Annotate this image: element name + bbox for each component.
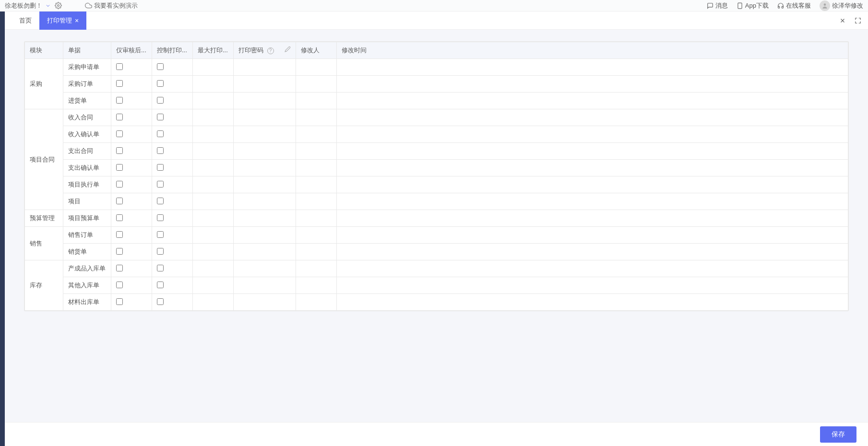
- control-print-checkbox[interactable]: [157, 181, 164, 188]
- modifier-cell: [296, 210, 337, 227]
- document-cell: 收入确认单: [63, 126, 111, 143]
- after-audit-checkbox[interactable]: [116, 114, 123, 120]
- max-print-cell: [193, 93, 234, 109]
- modify-time-cell: [337, 93, 848, 109]
- user-menu[interactable]: 徐泽华修改: [820, 0, 863, 11]
- control-print-checkbox[interactable]: [157, 97, 164, 104]
- th-module: 模块: [25, 42, 63, 59]
- after-audit-checkbox[interactable]: [116, 181, 123, 188]
- modifier-cell: [296, 277, 337, 294]
- control-print-cell: [152, 210, 193, 227]
- control-print-checkbox[interactable]: [157, 114, 164, 120]
- modifier-cell: [296, 193, 337, 210]
- org-selector[interactable]: 徐老板勿删！: [5, 1, 51, 10]
- control-print-checkbox[interactable]: [157, 214, 164, 221]
- tab-home[interactable]: 首页: [12, 12, 39, 30]
- control-print-checkbox[interactable]: [157, 282, 164, 288]
- max-print-cell: [193, 176, 234, 193]
- after-audit-checkbox[interactable]: [116, 298, 123, 305]
- close-all-tabs-icon[interactable]: [838, 16, 847, 25]
- table-row: 库存产成品入库单: [25, 260, 848, 277]
- control-print-cell: [152, 76, 193, 93]
- table-row: 项目合同收入合同: [25, 109, 848, 126]
- page-content: 模块 单据 仅审核后... 控制打印... 最大打印... 打印密码 ? 修改人…: [5, 30, 868, 350]
- fullscreen-icon[interactable]: [854, 16, 862, 25]
- after-audit-checkbox[interactable]: [116, 130, 123, 137]
- control-print-checkbox[interactable]: [157, 231, 164, 238]
- th-document: 单据: [63, 42, 111, 59]
- tab-print-label: 打印管理: [47, 16, 72, 25]
- print-pwd-cell: [234, 59, 296, 76]
- after-audit-checkbox[interactable]: [116, 198, 123, 204]
- after-audit-checkbox[interactable]: [116, 214, 123, 221]
- after-audit-cell: [111, 143, 152, 160]
- max-print-cell: [193, 210, 234, 227]
- control-print-checkbox[interactable]: [157, 198, 164, 204]
- th-max-print: 最大打印...: [193, 42, 234, 59]
- document-cell: 采购订单: [63, 76, 111, 93]
- module-cell: 库存: [25, 260, 63, 311]
- max-print-cell: [193, 76, 234, 93]
- control-print-checkbox[interactable]: [157, 80, 164, 87]
- gear-icon[interactable]: [55, 2, 62, 9]
- control-print-checkbox[interactable]: [157, 248, 164, 255]
- control-print-checkbox[interactable]: [157, 63, 164, 70]
- document-cell: 项目预算单: [63, 210, 111, 227]
- edit-icon[interactable]: [285, 46, 291, 54]
- modifier-cell: [296, 143, 337, 160]
- control-print-cell: [152, 227, 193, 244]
- control-print-checkbox[interactable]: [157, 130, 164, 137]
- table-row: 其他入库单: [25, 277, 848, 294]
- print-pwd-cell: [234, 193, 296, 210]
- control-print-cell: [152, 126, 193, 143]
- after-audit-checkbox[interactable]: [116, 231, 123, 238]
- help-icon[interactable]: ?: [267, 47, 274, 54]
- modifier-cell: [296, 126, 337, 143]
- after-audit-checkbox[interactable]: [116, 248, 123, 255]
- max-print-cell: [193, 109, 234, 126]
- control-print-checkbox[interactable]: [157, 265, 164, 271]
- print-pwd-cell: [234, 277, 296, 294]
- th-after-audit: 仅审核后...: [111, 42, 152, 59]
- after-audit-checkbox[interactable]: [116, 97, 123, 104]
- after-audit-checkbox[interactable]: [116, 282, 123, 288]
- tab-print-management[interactable]: 打印管理 ×: [39, 12, 86, 30]
- print-pwd-cell: [234, 176, 296, 193]
- control-print-checkbox[interactable]: [157, 147, 164, 154]
- max-print-cell: [193, 126, 234, 143]
- demo-link-label: 我要看实例演示: [94, 1, 138, 10]
- after-audit-checkbox[interactable]: [116, 63, 123, 70]
- after-audit-checkbox[interactable]: [116, 164, 123, 171]
- after-audit-cell: [111, 93, 152, 109]
- control-print-checkbox[interactable]: [157, 298, 164, 305]
- modifier-cell: [296, 93, 337, 109]
- after-audit-cell: [111, 210, 152, 227]
- control-print-cell: [152, 176, 193, 193]
- table-row: 材料出库单: [25, 294, 848, 311]
- module-cell: 销售: [25, 227, 63, 260]
- left-nav-stripe: [0, 0, 5, 350]
- avatar: [820, 0, 830, 11]
- after-audit-checkbox[interactable]: [116, 265, 123, 271]
- modify-time-cell: [337, 260, 848, 277]
- app-download-link[interactable]: App下载: [737, 1, 769, 10]
- after-audit-cell: [111, 227, 152, 244]
- online-service-link[interactable]: 在线客服: [777, 1, 811, 10]
- demo-link[interactable]: 我要看实例演示: [85, 1, 138, 10]
- message-link[interactable]: 消息: [707, 1, 728, 10]
- max-print-cell: [193, 260, 234, 277]
- print-pwd-cell: [234, 210, 296, 227]
- close-icon[interactable]: ×: [75, 17, 79, 24]
- th-modify-time: 修改时间: [337, 42, 848, 59]
- print-pwd-cell: [234, 244, 296, 260]
- after-audit-checkbox[interactable]: [116, 80, 123, 87]
- cloud-icon: [85, 2, 92, 9]
- control-print-cell: [152, 109, 193, 126]
- modify-time-cell: [337, 277, 848, 294]
- max-print-cell: [193, 160, 234, 176]
- modify-time-cell: [337, 176, 848, 193]
- after-audit-checkbox[interactable]: [116, 147, 123, 154]
- after-audit-cell: [111, 126, 152, 143]
- max-print-cell: [193, 59, 234, 76]
- control-print-checkbox[interactable]: [157, 164, 164, 171]
